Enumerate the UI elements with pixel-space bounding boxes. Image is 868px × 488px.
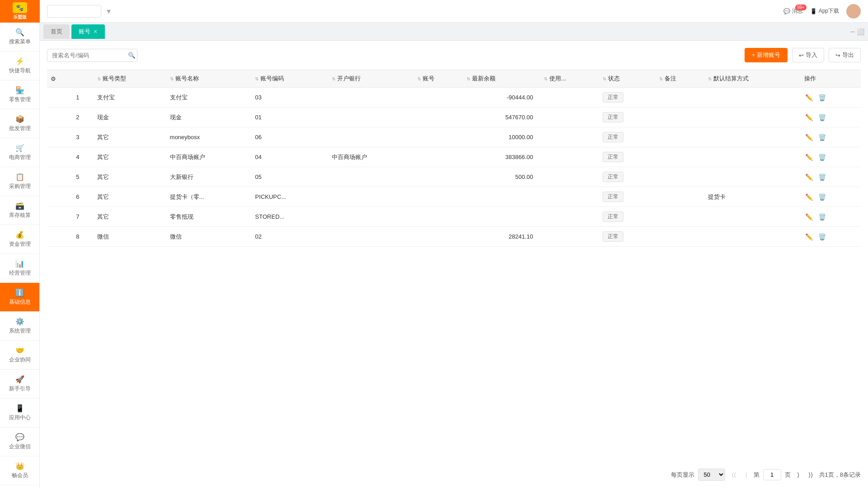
row-notes bbox=[656, 108, 704, 127]
row-status: 正常 bbox=[599, 127, 656, 147]
sort-icon: ⇅ bbox=[97, 76, 101, 81]
page-prev-button[interactable]: ⟨ bbox=[742, 470, 750, 479]
delete-button[interactable]: 🗑️ bbox=[817, 173, 827, 182]
sidebar-item-vip[interactable]: 👑畅会员 bbox=[0, 456, 39, 485]
window-minimize[interactable]: ─ bbox=[850, 28, 855, 35]
dropdown-icon[interactable]: ▾ bbox=[107, 6, 111, 16]
page-input[interactable] bbox=[763, 469, 781, 480]
tab-home-label: 首页 bbox=[51, 28, 62, 36]
page-suffix: 页 bbox=[785, 471, 791, 479]
export-icon: ↪ bbox=[835, 52, 840, 59]
sidebar-item-retail[interactable]: 🏪零售管理 bbox=[0, 80, 39, 109]
edit-button[interactable]: ✏️ bbox=[804, 192, 814, 202]
row-notes bbox=[656, 167, 704, 187]
toolbar-actions: + 新增账号 ↩ 导入 ↪ 导出 bbox=[745, 48, 861, 62]
edit-button[interactable]: ✏️ bbox=[804, 212, 814, 221]
edit-button[interactable]: ✏️ bbox=[804, 153, 814, 162]
status-badge: 正常 bbox=[603, 231, 623, 242]
page-size-select[interactable]: 50 10 20 100 bbox=[698, 469, 725, 481]
page-last-button[interactable]: ⟩⟩ bbox=[806, 470, 816, 479]
delete-button[interactable]: 🗑️ bbox=[817, 153, 827, 162]
col-usage[interactable]: ⇅使用... bbox=[540, 70, 599, 88]
row-usage bbox=[540, 127, 599, 147]
message-button[interactable]: 💬 消息 99+ bbox=[783, 7, 803, 15]
sidebar-item-enterprise-wechat[interactable]: 💬企业微信 bbox=[0, 427, 39, 456]
app-subtitle: 乐盟版 bbox=[13, 14, 27, 20]
sort-icon: ⇅ bbox=[708, 76, 712, 81]
col-type[interactable]: ⇅账号类型 bbox=[94, 70, 166, 88]
edit-button[interactable]: ✏️ bbox=[804, 113, 814, 122]
row-index: 6 bbox=[72, 187, 94, 207]
sidebar-item-agreement[interactable]: 🤝企业协同 bbox=[0, 341, 39, 370]
sidebar-item-inventory[interactable]: 🗃️库存核算 bbox=[0, 196, 39, 225]
sidebar-icon-quick-nav: ⚡ bbox=[15, 57, 24, 66]
top-search-input[interactable] bbox=[47, 5, 101, 18]
edit-button[interactable]: ✏️ bbox=[804, 173, 814, 182]
add-account-button[interactable]: + 新增账号 bbox=[745, 48, 788, 62]
sidebar-item-purchase[interactable]: 📋采购管理 bbox=[0, 167, 39, 196]
edit-button[interactable]: ✏️ bbox=[804, 133, 814, 142]
sidebar-icon-system: ⚙️ bbox=[15, 317, 24, 326]
window-maximize[interactable]: ⬜ bbox=[857, 28, 864, 35]
content-area: 🔍 + 新增账号 ↩ 导入 ↪ 导出 ⚙ ⇅账号类型 bbox=[40, 41, 868, 488]
row-code: 01 bbox=[251, 108, 328, 127]
edit-button[interactable]: ✏️ bbox=[804, 232, 814, 241]
sidebar-icon-search-menu: 🔍 bbox=[15, 28, 24, 37]
row-code: 04 bbox=[251, 147, 328, 167]
sidebar-item-ecommerce[interactable]: 🛒电商管理 bbox=[0, 138, 39, 167]
settings-icon[interactable]: ⚙ bbox=[51, 75, 56, 82]
col-account[interactable]: ⇅账号 bbox=[414, 70, 462, 88]
tab-home[interactable]: 首页 bbox=[43, 24, 70, 39]
sidebar-icon-ecommerce: 🛒 bbox=[15, 144, 24, 152]
delete-button[interactable]: 🗑️ bbox=[817, 113, 827, 122]
row-usage bbox=[540, 108, 599, 127]
user-avatar[interactable] bbox=[846, 4, 861, 19]
export-button[interactable]: ↪ 导出 bbox=[829, 48, 861, 62]
col-bank[interactable]: ⇅开户银行 bbox=[328, 70, 414, 88]
row-status: 正常 bbox=[599, 187, 656, 207]
row-default-settlement bbox=[704, 88, 801, 108]
app-download-button[interactable]: 📱 App下载 bbox=[810, 7, 839, 15]
search-input[interactable] bbox=[47, 49, 124, 61]
delete-button[interactable]: 🗑️ bbox=[817, 133, 827, 142]
col-code[interactable]: ⇅账号编码 bbox=[251, 70, 328, 88]
row-notes bbox=[656, 207, 704, 227]
edit-button[interactable]: ✏️ bbox=[804, 93, 814, 102]
row-default-settlement bbox=[704, 207, 801, 227]
row-bank bbox=[328, 187, 414, 207]
delete-button[interactable]: 🗑️ bbox=[817, 232, 827, 241]
delete-button[interactable]: 🗑️ bbox=[817, 212, 827, 221]
row-name: 中百商场账户 bbox=[166, 147, 252, 167]
sidebar-item-search-menu[interactable]: 🔍搜索菜单 bbox=[0, 23, 39, 52]
col-balance[interactable]: ⇅最新余额 bbox=[463, 70, 541, 88]
row-default-settlement bbox=[704, 227, 801, 247]
sidebar-item-system[interactable]: ⚙️系统管理 bbox=[0, 312, 39, 341]
page-next-button[interactable]: ⟩ bbox=[794, 470, 802, 479]
col-default-settlement[interactable]: ⇅默认结算方式 bbox=[704, 70, 801, 88]
sidebar-item-operations[interactable]: 📊经营管理 bbox=[0, 254, 39, 283]
row-usage bbox=[540, 88, 599, 108]
row-actions: ✏️ 🗑️ bbox=[801, 167, 861, 187]
tab-account-close[interactable]: ✕ bbox=[93, 28, 98, 35]
col-status[interactable]: ⇅状态 bbox=[599, 70, 656, 88]
sidebar-icon-wholesale: 📦 bbox=[15, 115, 24, 123]
sidebar-item-finance[interactable]: 💰资金管理 bbox=[0, 225, 39, 254]
delete-button[interactable]: 🗑️ bbox=[817, 93, 827, 102]
sidebar-item-basic-info[interactable]: ℹ️基础信息 bbox=[0, 283, 39, 312]
delete-button[interactable]: 🗑️ bbox=[817, 192, 827, 202]
row-account bbox=[414, 147, 462, 167]
sort-icon: ⇅ bbox=[332, 76, 335, 81]
row-account bbox=[414, 167, 462, 187]
import-button[interactable]: ↩ 导入 bbox=[792, 48, 824, 62]
page-first-button[interactable]: ⟨⟨ bbox=[729, 470, 739, 479]
sidebar-item-guide[interactable]: 🚀新手引导 bbox=[0, 370, 39, 399]
row-actions: ✏️ 🗑️ bbox=[801, 147, 861, 167]
sidebar-item-app-center[interactable]: 📱应用中心 bbox=[0, 399, 39, 427]
sidebar-item-quick-nav[interactable]: ⚡快捷导航 bbox=[0, 52, 39, 80]
col-name[interactable]: ⇅账号名称 bbox=[166, 70, 252, 88]
sidebar-item-wholesale[interactable]: 📦批发管理 bbox=[0, 109, 39, 138]
col-notes[interactable]: ⇅备注 bbox=[656, 70, 704, 88]
row-notes bbox=[656, 88, 704, 108]
search-button[interactable]: 🔍 bbox=[124, 49, 137, 61]
tab-account[interactable]: 账号 ✕ bbox=[71, 24, 105, 39]
